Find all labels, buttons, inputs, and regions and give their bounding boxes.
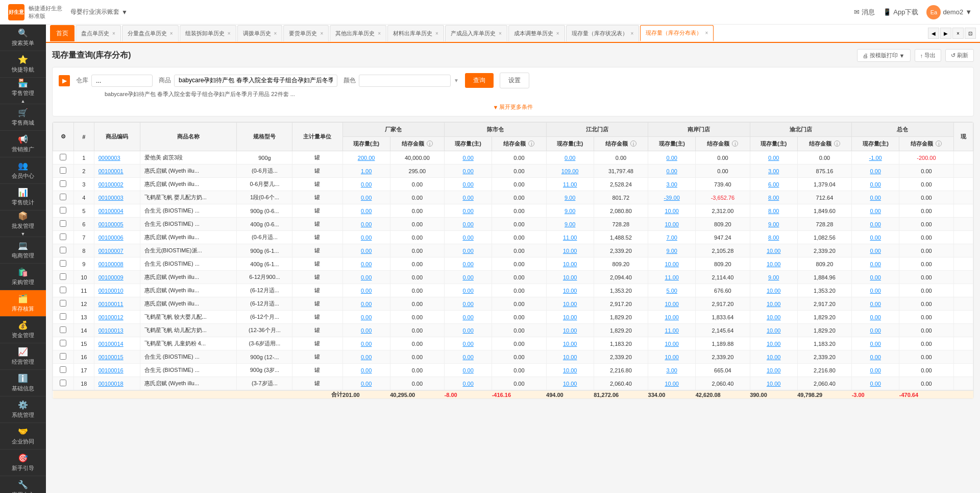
goods-code-link[interactable]: 00100002 <box>94 178 140 191</box>
color-input[interactable] <box>359 75 451 87</box>
n-amount-info-icon[interactable]: i <box>732 140 738 147</box>
sidebar-item-ecommerce[interactable]: 💻 电商管理 <box>0 237 46 264</box>
row-checkbox[interactable] <box>60 207 66 214</box>
sidebar-item-operations[interactable]: 📈 经营管理 <box>0 343 46 370</box>
goods-code-link[interactable]: 00100006 <box>94 231 140 244</box>
goods-code-link[interactable]: 00100007 <box>94 244 140 257</box>
sidebar-item-quicknav[interactable]: ⭐ 快捷导航 <box>0 51 46 78</box>
goods-code-link[interactable]: 00100016 <box>94 364 140 377</box>
tab-product-in[interactable]: 产成品入库单历史 × <box>445 25 507 41</box>
row-checkbox[interactable] <box>60 287 66 293</box>
sidebar-item-marketing[interactable]: 📢 营销推广 <box>0 131 46 157</box>
sidebar-item-tutorial[interactable]: 🎯 新手引导 <box>0 450 46 476</box>
t-amount-info-icon[interactable]: i <box>936 140 942 147</box>
warehouse-input[interactable] <box>91 75 153 87</box>
sidebar-item-wholesale[interactable]: 📦 批发管理 ▼ <box>0 210 46 237</box>
sidebar-item-purchase[interactable]: 🛍️ 采购管理 <box>0 264 46 290</box>
tab-close-1[interactable]: × <box>112 31 115 36</box>
refresh-btn[interactable]: ↺ 刷新 <box>945 49 974 62</box>
row-checkbox[interactable] <box>60 167 66 174</box>
row-checkbox[interactable] <box>60 194 66 200</box>
tab-cost-adj[interactable]: 成本调整单历史 × <box>508 25 565 41</box>
row-checkbox[interactable] <box>60 260 66 267</box>
row-checkbox[interactable] <box>60 380 66 386</box>
suite-dropdown[interactable]: 母婴行业演示账套 ▼ <box>70 8 128 16</box>
goods-code-link[interactable]: 0000003 <box>94 151 140 165</box>
j-amount-info-icon[interactable]: i <box>630 140 636 147</box>
print-btn[interactable]: 🖨 按模版打印 ▼ <box>857 49 911 62</box>
goods-code-link[interactable]: 00100014 <box>94 337 140 350</box>
user-area[interactable]: Ea demo2 ▼ <box>926 5 972 19</box>
tab-close-9[interactable]: × <box>556 31 559 36</box>
tab-close-7[interactable]: × <box>435 31 438 36</box>
goods-code-link[interactable]: 00100010 <box>94 284 140 297</box>
sidebar-item-retail-stats[interactable]: 📊 零售统计 <box>0 184 46 210</box>
sidebar-item-retail[interactable]: 🏪 零售管理 ▲ <box>0 78 46 104</box>
row-checkbox[interactable] <box>60 154 66 160</box>
sidebar-item-search[interactable]: 🔍 搜索英单 <box>0 25 46 51</box>
tab-assembly[interactable]: 组装拆卸单历史 × <box>180 25 236 41</box>
tab-split-count[interactable]: 分量盘点单历史 × <box>122 25 179 41</box>
goods-code-link[interactable]: 00100008 <box>94 257 140 271</box>
tab-home[interactable]: 首页 <box>50 25 75 41</box>
f-amount-info-icon[interactable]: i <box>427 140 433 147</box>
row-checkbox[interactable] <box>60 366 66 373</box>
filter-toggle-btn[interactable]: ▶ <box>59 75 70 86</box>
messages-btn[interactable]: ✉ 消息 <box>854 8 875 17</box>
tab-material-out[interactable]: 材料出库单历史 × <box>387 25 444 41</box>
row-checkbox[interactable] <box>60 313 66 320</box>
goods-code-link[interactable]: 00100012 <box>94 311 140 324</box>
goods-code-link[interactable]: 00100004 <box>94 204 140 218</box>
sidebar-item-members[interactable]: 👥 会员中心 <box>0 157 46 184</box>
tab-close-3[interactable]: × <box>228 31 231 36</box>
row-checkbox[interactable] <box>60 233 66 240</box>
row-checkbox[interactable] <box>60 340 66 346</box>
row-checkbox[interactable] <box>60 220 66 227</box>
tab-close-4[interactable]: × <box>274 31 277 36</box>
tab-close-5[interactable]: × <box>320 31 323 36</box>
export-btn[interactable]: ↑ 导出 <box>915 49 942 62</box>
tabs-expand-btn[interactable]: ⊡ <box>965 28 976 39</box>
app-download-btn[interactable]: 📱 App下载 <box>883 8 918 17</box>
goods-code-link[interactable]: 00100011 <box>94 297 140 311</box>
c-amount-info-icon[interactable]: i <box>528 140 534 147</box>
sidebar-item-inventory[interactable]: 🗂️ 库存核算 <box>0 290 46 317</box>
color-dropdown-icon[interactable]: ▼ <box>454 78 459 83</box>
row-checkbox[interactable] <box>60 180 66 187</box>
sidebar-item-collaboration[interactable]: 🤝 企业协同 <box>0 423 46 450</box>
row-checkbox[interactable] <box>60 353 66 360</box>
tabs-close-all-btn[interactable]: × <box>952 28 964 39</box>
tab-close-10[interactable]: × <box>631 31 634 36</box>
tab-other-out[interactable]: 其他出库单历史 × <box>330 25 386 41</box>
goods-code-link[interactable]: 00100009 <box>94 271 140 284</box>
row-checkbox[interactable] <box>60 273 66 280</box>
settings-btn[interactable]: 设置 <box>500 73 529 88</box>
tabs-next-btn[interactable]: ▶ <box>940 28 951 39</box>
sidebar-item-basic-info[interactable]: ℹ️ 基础信息 <box>0 370 46 396</box>
goods-code-link[interactable]: 00100005 <box>94 218 140 231</box>
tab-inventory-count[interactable]: 盘点单历史 × <box>76 25 121 41</box>
sidebar-item-system[interactable]: ⚙️ 系统管理 <box>0 396 46 423</box>
row-checkbox[interactable] <box>60 247 66 253</box>
goods-input[interactable] <box>174 75 337 87</box>
query-btn[interactable]: 查询 <box>465 73 494 88</box>
tab-close-8[interactable]: × <box>499 31 502 36</box>
tab-close-6[interactable]: × <box>378 31 381 36</box>
goods-code-link[interactable]: 00100018 <box>94 377 140 391</box>
sidebar-item-mall[interactable]: 🛒 零售商城 <box>0 104 46 131</box>
goods-code-link[interactable]: 00100001 <box>94 165 140 178</box>
row-checkbox[interactable] <box>60 300 66 307</box>
tab-stock-distribution[interactable]: 现存量（库存分布表） × <box>640 25 714 41</box>
y-amount-info-icon[interactable]: i <box>834 140 840 147</box>
sidebar-item-app-center[interactable]: 🔧 应用中心 <box>0 476 46 493</box>
tab-stock-status[interactable]: 现存量（库存状况表） × <box>566 25 640 41</box>
expand-btn[interactable]: ▼ 展开更多条件 <box>493 103 533 111</box>
goods-code-link[interactable]: 00100003 <box>94 191 140 204</box>
tab-requisition[interactable]: 要货单历史 × <box>283 25 329 41</box>
tab-close-2[interactable]: × <box>170 31 173 36</box>
goods-code-link[interactable]: 00100015 <box>94 350 140 364</box>
goods-code-link[interactable]: 00100013 <box>94 324 140 337</box>
tab-transfer[interactable]: 调拨单历史 × <box>237 25 283 41</box>
tab-close-11[interactable]: × <box>705 30 708 36</box>
row-checkbox[interactable] <box>60 326 66 333</box>
